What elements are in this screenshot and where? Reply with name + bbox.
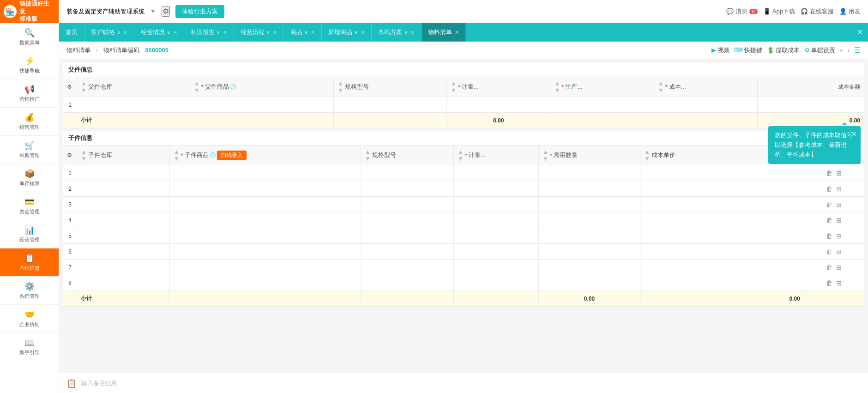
list-view-icon[interactable]: ☰ <box>854 46 861 54</box>
child-cell-quantity-4[interactable] <box>539 212 640 228</box>
child-cell-warehouse-2[interactable] <box>77 181 170 197</box>
user-button[interactable]: 👤 用友 <box>839 7 861 16</box>
child-cell-unit-cost-3[interactable] <box>640 197 733 212</box>
child-cell-quantity-2[interactable] <box>539 181 640 197</box>
copy-btn-2[interactable]: ⊞ <box>835 184 843 193</box>
parent-cell-goods[interactable] <box>190 97 333 113</box>
child-cell-unit-cost-1[interactable] <box>640 165 733 181</box>
sidebar-item-collab[interactable]: 🤝 企业协同 <box>0 305 59 333</box>
child-cell-quantity-1[interactable] <box>539 165 640 181</box>
sidebar-item-ops[interactable]: 📊 经营管理 <box>0 220 59 248</box>
child-cell-warehouse-5[interactable] <box>77 228 170 244</box>
app-download-button[interactable]: 📱 App下载 <box>763 7 795 16</box>
child-cell-spec-6[interactable] <box>361 244 454 260</box>
tab-arrow-profit[interactable]: ∨ <box>217 30 220 36</box>
tabs-close-all[interactable]: ✕ <box>856 27 868 37</box>
child-cell-quantity-7[interactable] <box>539 260 640 275</box>
tab-arrow-goods[interactable]: ∨ <box>304 30 308 36</box>
cost-button[interactable]: 💲 提取成本 <box>767 46 800 54</box>
parent-cell-spec[interactable] <box>334 97 447 113</box>
child-cell-warehouse-8[interactable] <box>77 275 170 291</box>
copy-btn-3[interactable]: ⊞ <box>835 200 843 209</box>
child-cell-spec-7[interactable] <box>361 260 454 275</box>
child-cell-spec-1[interactable] <box>361 165 454 181</box>
nav-tab-goods[interactable]: 商品∨✕ <box>284 23 322 42</box>
nav-tab-barcode[interactable]: 条码方案∨✕ <box>372 23 422 42</box>
note-hint[interactable]: 输入备注信息 <box>81 379 117 387</box>
child-cell-goods-7[interactable] <box>169 260 361 275</box>
child-cell-spec-8[interactable] <box>361 275 454 291</box>
parent-cell-produce[interactable] <box>550 97 654 113</box>
nav-tab-bom[interactable]: 物料清单✕ <box>422 23 466 42</box>
sidebar-item-search[interactable]: 🔍 搜索菜单 <box>0 23 59 51</box>
child-cell-warehouse-6[interactable] <box>77 244 170 260</box>
child-cell-unit-cost-8[interactable] <box>640 275 733 291</box>
sidebar-item-guide[interactable]: 📖 新手引导 <box>0 333 59 361</box>
sidebar-item-inventory[interactable]: 📦 库存核算 <box>0 164 59 192</box>
delete-btn-4[interactable]: 🗑 <box>825 216 833 225</box>
child-cell-goods-5[interactable] <box>169 228 361 244</box>
nav-tab-business[interactable]: 经营情况∨✕ <box>134 23 184 42</box>
child-cell-unit-cost-7[interactable] <box>640 260 733 275</box>
tooltip-close-button[interactable]: ✕ <box>851 129 857 139</box>
nav-tab-profit[interactable]: 利润报告∨✕ <box>184 23 234 42</box>
child-cell-unit-4[interactable] <box>453 212 538 228</box>
breadcrumb-bom[interactable]: 物料清单 <box>66 46 90 54</box>
parent-cell-warehouse[interactable] <box>77 97 190 113</box>
copy-btn-6[interactable]: ⊞ <box>835 247 843 256</box>
child-cell-goods-1[interactable] <box>169 165 361 181</box>
nav-left-icon[interactable]: ‹ <box>840 46 842 54</box>
delete-btn-1[interactable]: 🗑 <box>825 169 833 178</box>
sidebar-item-basic[interactable]: 📋 基础信息 <box>0 248 59 277</box>
copy-btn-5[interactable]: ⊞ <box>835 231 843 241</box>
child-cell-unit-5[interactable] <box>453 228 538 244</box>
child-cell-unit-6[interactable] <box>453 244 538 260</box>
sidebar-item-marketing[interactable]: 📢 营销推广 <box>0 79 59 108</box>
child-cell-spec-2[interactable] <box>361 181 454 197</box>
sidebar-item-system[interactable]: ⚙️ 系统管理 <box>0 277 59 305</box>
child-cell-unit-8[interactable] <box>453 275 538 291</box>
tab-close-business[interactable]: ✕ <box>173 30 177 36</box>
nav-tab-customer[interactable]: 客户联络∨✕ <box>84 23 134 42</box>
child-cell-unit-cost-4[interactable] <box>640 212 733 228</box>
copy-btn-4[interactable]: ⊞ <box>835 216 843 225</box>
child-cell-unit-cost-5[interactable] <box>640 228 733 244</box>
online-service-button[interactable]: 🎧 在线客服 <box>801 7 834 16</box>
tab-close-barcode[interactable]: ✕ <box>410 30 415 36</box>
copy-btn-8[interactable]: ⊞ <box>835 278 843 288</box>
child-cell-quantity-8[interactable] <box>539 275 640 291</box>
tab-arrow-customer[interactable]: ∨ <box>117 30 121 36</box>
child-cell-unit-cost-6[interactable] <box>640 244 733 260</box>
experience-button[interactable]: 体验行业方案 <box>175 5 224 18</box>
sidebar-item-finance[interactable]: 💳 资金管理 <box>0 192 59 220</box>
nav-tab-new-goods[interactable]: 新增商品∨✕ <box>322 23 372 42</box>
child-cell-warehouse-7[interactable] <box>77 260 170 275</box>
child-col-settings[interactable]: ⚙ <box>63 145 77 165</box>
child-cell-warehouse-3[interactable] <box>77 197 170 212</box>
child-cell-unit-1[interactable] <box>453 165 538 181</box>
sidebar-item-purchase[interactable]: 🛒 采购管理 <box>0 136 59 164</box>
child-cell-unit-cost-2[interactable] <box>640 181 733 197</box>
nav-right-icon[interactable]: › <box>847 46 850 54</box>
tab-arrow-history[interactable]: ∨ <box>266 30 270 36</box>
delete-btn-8[interactable]: 🗑 <box>825 278 833 288</box>
child-cell-warehouse-1[interactable] <box>77 165 170 181</box>
tab-close-profit[interactable]: ✕ <box>223 30 227 36</box>
expand-icon[interactable]: ▼ <box>150 8 156 15</box>
parent-cell-unit[interactable] <box>447 97 550 113</box>
parent-cell-cost[interactable] <box>654 97 757 113</box>
child-cell-goods-2[interactable] <box>169 181 361 197</box>
nav-tab-home[interactable]: 首页 <box>59 23 84 42</box>
child-cell-unit-7[interactable] <box>453 260 538 275</box>
child-cell-warehouse-4[interactable] <box>77 212 170 228</box>
copy-btn-1[interactable]: ⊞ <box>835 169 843 178</box>
delete-btn-2[interactable]: 🗑 <box>825 184 833 193</box>
video-button[interactable]: ▶ 视频 <box>711 46 729 54</box>
shortcut-button[interactable]: ⌨ 快捷键 <box>734 46 762 54</box>
child-cell-goods-6[interactable] <box>169 244 361 260</box>
tab-close-goods[interactable]: ✕ <box>311 30 315 36</box>
child-cell-goods-4[interactable] <box>169 212 361 228</box>
child-cell-quantity-3[interactable] <box>539 197 640 212</box>
tab-close-customer[interactable]: ✕ <box>123 30 127 36</box>
tab-close-new-goods[interactable]: ✕ <box>361 30 365 36</box>
